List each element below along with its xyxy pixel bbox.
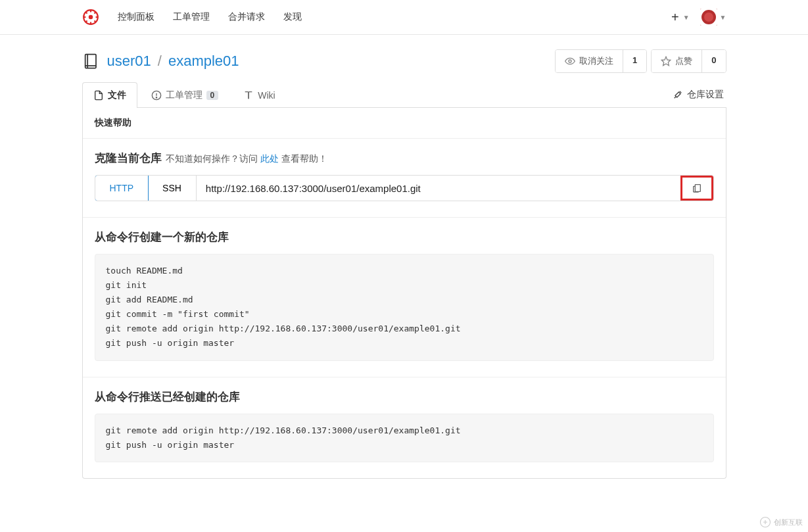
clone-section: 克隆当前仓库 不知道如何操作？访问 此处 查看帮助！ HTTP SSH bbox=[83, 139, 726, 218]
star-label: 点赞 bbox=[675, 55, 692, 67]
repo-icon bbox=[82, 52, 101, 70]
topbar: 控制面板 工单管理 合并请求 发现 + ▼ ▼ bbox=[0, 0, 808, 35]
issues-count-badge: 0 bbox=[206, 91, 219, 100]
repo-name-link[interactable]: example01 bbox=[168, 53, 239, 70]
unwatch-button[interactable]: 取消关注 bbox=[556, 50, 623, 72]
settings-label: 仓库设置 bbox=[687, 89, 724, 101]
tab-wiki[interactable]: Wiki bbox=[232, 82, 286, 108]
watch-group: 取消关注 1 bbox=[555, 49, 647, 73]
svg-rect-13 bbox=[695, 185, 700, 192]
watch-count[interactable]: 1 bbox=[623, 50, 646, 72]
svg-marker-9 bbox=[662, 57, 671, 65]
tab-files[interactable]: 文件 bbox=[82, 82, 137, 108]
repo-header: user01 / example01 取消关注 1 点赞 0 bbox=[82, 35, 726, 82]
svg-point-8 bbox=[569, 60, 571, 62]
avatar-icon bbox=[700, 9, 717, 26]
clone-hint-prefix: 不知道如何操作？访问 bbox=[166, 153, 260, 164]
tab-issues-label: 工单管理 bbox=[166, 89, 202, 101]
svg-point-1 bbox=[88, 15, 93, 20]
clone-title: 克隆当前仓库 不知道如何操作？访问 此处 查看帮助！ bbox=[95, 151, 714, 166]
ssh-button[interactable]: SSH bbox=[148, 176, 197, 201]
tab-settings[interactable]: 仓库设置 bbox=[670, 82, 726, 107]
nav-pulls[interactable]: 合并请求 bbox=[228, 11, 265, 23]
tools-icon bbox=[673, 89, 683, 100]
repo-title: user01 / example01 bbox=[82, 52, 239, 70]
nav-issues[interactable]: 工单管理 bbox=[173, 11, 210, 23]
nav-explore[interactable]: 发现 bbox=[283, 11, 302, 23]
logo-icon[interactable] bbox=[82, 9, 99, 26]
star-button[interactable]: 点赞 bbox=[652, 50, 701, 72]
clipboard-icon bbox=[692, 183, 702, 193]
tab-wiki-label: Wiki bbox=[258, 90, 275, 101]
tab-issues[interactable]: 工单管理 0 bbox=[140, 82, 230, 108]
clone-row: HTTP SSH bbox=[95, 175, 714, 201]
tab-files-label: 文件 bbox=[108, 89, 126, 101]
svg-point-12 bbox=[156, 97, 156, 98]
watch-label: 取消关注 bbox=[579, 55, 613, 67]
push-repo-section: 从命令行推送已经创建的仓库 git remote add origin http… bbox=[83, 377, 726, 478]
eye-icon bbox=[565, 56, 575, 66]
alert-icon bbox=[151, 90, 162, 101]
http-button[interactable]: HTTP bbox=[95, 175, 149, 201]
plus-icon: + bbox=[671, 10, 679, 25]
push-commands[interactable]: git remote add origin http://192.168.60.… bbox=[95, 414, 714, 462]
book-icon bbox=[243, 90, 254, 101]
svg-point-4 bbox=[704, 12, 713, 22]
create-repo-section: 从命令行创建一个新的仓库 touch README.md git init gi… bbox=[83, 218, 726, 377]
copy-button[interactable] bbox=[680, 176, 713, 201]
create-menu[interactable]: + ▼ bbox=[671, 10, 690, 25]
star-icon bbox=[661, 56, 671, 66]
user-menu[interactable]: ▼ bbox=[700, 9, 726, 26]
quick-help-header: 快速帮助 bbox=[83, 108, 726, 139]
star-group: 点赞 0 bbox=[651, 49, 726, 73]
repo-tabs: 文件 工单管理 0 Wiki 仓库设置 bbox=[82, 82, 726, 108]
clone-url-input[interactable] bbox=[197, 176, 680, 201]
create-commands[interactable]: touch README.md git init git add README.… bbox=[95, 254, 714, 361]
clone-hint-suffix: 查看帮助！ bbox=[279, 153, 327, 164]
push-title: 从命令行推送已经创建的仓库 bbox=[95, 389, 714, 404]
repo-owner-link[interactable]: user01 bbox=[107, 53, 151, 70]
star-count[interactable]: 0 bbox=[701, 50, 725, 72]
help-link[interactable]: 此处 bbox=[260, 153, 279, 164]
nav-dashboard[interactable]: 控制面板 bbox=[118, 11, 154, 23]
path-separator: / bbox=[158, 53, 162, 70]
caret-down-icon: ▼ bbox=[683, 14, 690, 21]
file-icon bbox=[93, 90, 104, 101]
caret-down-icon: ▼ bbox=[720, 14, 726, 21]
create-title: 从命令行创建一个新的仓库 bbox=[95, 230, 714, 245]
main-panel: 快速帮助 克隆当前仓库 不知道如何操作？访问 此处 查看帮助！ HTTP SSH… bbox=[82, 108, 726, 479]
